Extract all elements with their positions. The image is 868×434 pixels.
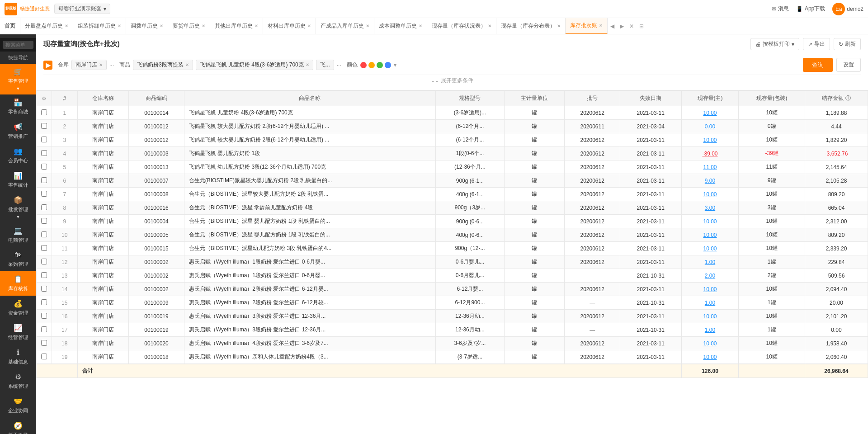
color-dot-orange[interactable]	[368, 62, 375, 68]
row-checkbox[interactable]	[37, 133, 52, 147]
product-tag1-close[interactable]: ✕	[185, 62, 189, 67]
product-tag-2[interactable]: 飞鹤星飞帆 儿童奶粉 4段(3-6岁适用) 700克 ✕	[196, 60, 313, 70]
tab-close-xianzai-fen[interactable]: ✕	[557, 24, 561, 28]
sidebar-quick-nav[interactable]: 快捷导航	[0, 52, 36, 64]
message-btn[interactable]: ✉ 消息	[772, 5, 789, 13]
tab-tiaopi[interactable]: 调拨单历史 ✕	[126, 18, 168, 34]
tab-yaohuo[interactable]: 要货单历史 ✕	[168, 18, 210, 34]
tab-ku-pici[interactable]: 库存批次账 ✕	[566, 18, 608, 34]
sidebar: 快捷导航 🛒 零售管理 ▼ 🏪 零售商城 📢 营销推广 👥 会员中心 📊 零售统…	[0, 34, 36, 434]
row-checkbox[interactable]	[37, 242, 52, 255]
row-checkbox[interactable]	[37, 215, 52, 228]
sidebar-item-marketing[interactable]: 📢 营销推广	[0, 119, 36, 143]
row-unit: 罐	[504, 147, 564, 160]
row-stock-pkg: 0罐	[739, 120, 805, 133]
row-checkbox[interactable]	[37, 296, 52, 310]
warehouse-more[interactable]: ···	[109, 62, 114, 68]
tab-cailiao-chu[interactable]: 材料出库单历史 ✕	[263, 18, 316, 34]
color-dot-green[interactable]	[377, 62, 383, 68]
tab-close-chanpin-ru[interactable]: ✕	[366, 24, 369, 28]
row-checkbox[interactable]	[37, 269, 52, 283]
sidebar-item-retail-stats[interactable]: 📊 零售统计	[0, 168, 36, 192]
expand-conditions[interactable]: ⌄⌄ 展开更多条件	[43, 75, 861, 86]
row-checkbox[interactable]	[37, 106, 52, 120]
tab-fenku[interactable]: 分量盘点单历史 ✕	[20, 18, 73, 34]
sidebar-item-enterprise-coop[interactable]: 🤝 企业协同	[0, 393, 36, 418]
row-checkbox[interactable]	[37, 337, 52, 350]
sidebar-item-new-guide[interactable]: 🧭 新手引导	[0, 418, 36, 434]
tab-close-ku-pici[interactable]: ✕	[599, 23, 603, 28]
product-tag2-close[interactable]: ✕	[306, 62, 309, 67]
sidebar-item-retail-mall[interactable]: 🏪 零售商城	[0, 94, 36, 119]
setting-button[interactable]: 设置	[836, 58, 861, 72]
row-warehouse: 南岸门店	[77, 323, 129, 337]
row-checkbox[interactable]	[37, 147, 52, 160]
warehouse-tag[interactable]: 南岸门店 ✕	[71, 60, 107, 70]
tab-nav-right[interactable]: ▶	[617, 23, 627, 29]
sidebar-item-wholesale-mgmt[interactable]: 📦 批发管理 ▼	[0, 192, 36, 223]
product-more[interactable]: ···	[337, 62, 341, 68]
sidebar-item-finance[interactable]: 💰 资金管理	[0, 296, 36, 320]
refresh-btn[interactable]: ↻ 刷新	[834, 38, 861, 50]
tab-close-zuhe[interactable]: ✕	[118, 24, 121, 28]
row-name: 合生元（BIOSTIME）派星 学龄前儿童配方奶粉 4段	[184, 201, 435, 215]
color-dropdown-arrow[interactable]: ▾	[394, 62, 396, 68]
sidebar-item-basic-info[interactable]: ℹ 基础信息	[0, 344, 36, 369]
tab-chengben[interactable]: 成本调整单历史 ✕	[374, 18, 427, 34]
wholesale-icon: 📦	[14, 196, 23, 204]
tab-close-tiaopi[interactable]: ✕	[160, 24, 163, 28]
sidebar-item-system[interactable]: ⚙ 系统管理	[0, 369, 36, 393]
row-expire: 2021-03-11	[620, 228, 681, 242]
column-settings-icon[interactable]: ⚙	[42, 95, 47, 102]
sidebar-item-inventory[interactable]: 📋 库存核算	[0, 271, 36, 296]
tab-qita-chu[interactable]: 其他出库单历史 ✕	[210, 18, 263, 34]
tab-chanpin-ru[interactable]: 产成品入库单历史 ✕	[316, 18, 374, 34]
color-dot-red[interactable]	[360, 62, 367, 68]
sidebar-item-retail-mgmt[interactable]: 🛒 零售管理 ▼	[0, 64, 36, 94]
filter-product: 商品 飞鹤奶粉3段两提装 ✕ 飞鹤星飞帆 儿童奶粉 4段(3-6岁适用) 700…	[119, 60, 341, 70]
tab-close-xianzai-ku[interactable]: ✕	[488, 24, 491, 28]
row-checkbox[interactable]	[37, 310, 52, 323]
row-checkbox[interactable]	[37, 201, 52, 215]
color-dot-blue[interactable]	[385, 62, 391, 68]
query-button[interactable]: 查询	[803, 58, 833, 72]
tab-close-chengben[interactable]: ✕	[419, 24, 422, 28]
tab-close-yaohuo[interactable]: ✕	[202, 24, 205, 28]
product-tag-1[interactable]: 飞鹤奶粉3段两提装 ✕	[133, 60, 193, 70]
row-checkbox[interactable]	[37, 120, 52, 133]
user-area[interactable]: Ea demo2	[832, 3, 863, 15]
row-checkbox[interactable]	[37, 283, 52, 296]
tab-xianzai-ku[interactable]: 现存量（库存状况表） ✕	[427, 18, 496, 34]
row-unit: 罐	[504, 337, 564, 350]
row-checkbox[interactable]	[37, 228, 52, 242]
tab-xianzai-fen[interactable]: 现存量（库存分布表） ✕	[496, 18, 566, 34]
product-tag-more[interactable]: 飞...	[316, 60, 334, 70]
tab-close-fenku[interactable]: ✕	[65, 24, 68, 28]
sidebar-item-ecommerce[interactable]: 💻 电商管理	[0, 223, 36, 247]
row-checkbox[interactable]	[37, 160, 52, 174]
sidebar-item-member-center[interactable]: 👥 会员中心	[0, 143, 36, 168]
row-checkbox[interactable]	[37, 323, 52, 337]
tab-home[interactable]: 首页	[0, 18, 20, 34]
tab-menu[interactable]: ⊟	[637, 23, 646, 29]
row-checkbox[interactable]	[37, 255, 52, 269]
sidebar-item-purchase[interactable]: 🛍 采购管理	[0, 247, 36, 271]
tab-close-all[interactable]: ✕	[627, 23, 637, 29]
search-input[interactable]	[3, 41, 33, 49]
sidebar-item-operations[interactable]: 📈 经营管理	[0, 320, 36, 344]
app-download-btn[interactable]: 📱 App下载	[796, 5, 825, 13]
row-spec: 6-12月900...	[435, 296, 504, 310]
warehouse-tag-close[interactable]: ✕	[99, 62, 103, 67]
row-checkbox[interactable]	[37, 174, 52, 188]
row-checkbox[interactable]	[37, 188, 52, 201]
company-selector[interactable]: 母婴行业演示账套 ▾	[54, 4, 110, 14]
filter-toggle-btn[interactable]: ▶	[43, 61, 52, 70]
export-btn[interactable]: ↗ 导出	[803, 38, 830, 50]
tab-close-qita-chu[interactable]: ✕	[255, 24, 258, 28]
row-batch: 20200612	[565, 106, 620, 120]
tab-close-cailiao-chu[interactable]: ✕	[307, 24, 311, 28]
row-checkbox[interactable]	[37, 350, 52, 364]
tab-zuhe[interactable]: 组装拆卸单历史 ✕	[73, 18, 126, 34]
print-btn[interactable]: 🖨 按模板打印 ▾	[750, 38, 799, 50]
tab-nav-left[interactable]: ◀	[608, 23, 617, 29]
